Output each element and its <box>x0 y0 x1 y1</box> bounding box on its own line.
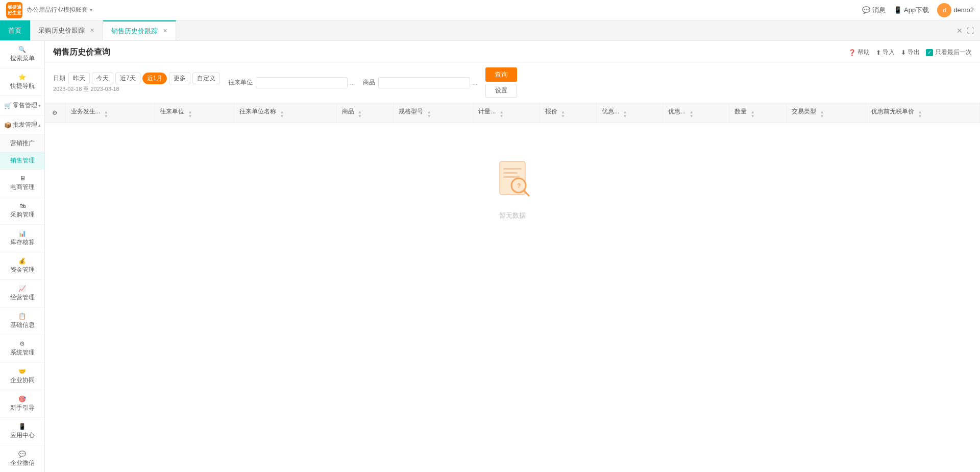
chevron-down-icon: ▾ <box>38 103 41 108</box>
tab-purchase-history[interactable]: 采购历史价跟踪 ✕ <box>30 20 103 40</box>
product-dots[interactable]: ... <box>472 79 477 86</box>
empty-illustration: ? <box>487 154 538 205</box>
app-download-label: App下载 <box>904 6 929 15</box>
filter-btn-group: 查询 设置 <box>485 67 517 98</box>
import-button[interactable]: ⬆ 导入 <box>876 48 895 57</box>
sidebar-item-wholesale[interactable]: 📦 批发管理 ▴ <box>0 115 44 135</box>
sidebar-item-basic-info[interactable]: 📋 基础信息 <box>0 308 44 335</box>
sidebar-label-inventory: 库存核算 <box>10 238 35 247</box>
partner-dots[interactable]: ... <box>350 79 355 86</box>
help-button[interactable]: ❓ 帮助 <box>848 48 870 57</box>
export-button[interactable]: ⬇ 导出 <box>901 48 920 57</box>
sidebar-item-purchase[interactable]: 🛍 采购管理 <box>0 197 44 225</box>
product-input-group: ... <box>378 77 477 88</box>
guide-icon: 🎯 <box>18 395 26 403</box>
chevron-down-icon: ▾ <box>90 7 92 13</box>
enterprise-icon: 🤝 <box>18 368 26 375</box>
col-biz-date[interactable]: 业务发生... ▲▼ <box>65 103 155 123</box>
expand-icon[interactable]: ⛶ <box>967 27 974 35</box>
col-pre-tax-price[interactable]: 优惠前无税单价 ▲▼ <box>866 103 980 123</box>
sidebar-item-sales-mgmt[interactable]: 销售管理 <box>0 152 44 170</box>
query-button[interactable]: 查询 <box>485 67 517 82</box>
filter-partner-group: 往来单位 ... <box>228 77 355 88</box>
date-btn-more[interactable]: 更多 <box>169 73 190 84</box>
col-discount2[interactable]: 优惠... ▲▼ <box>663 103 729 123</box>
sidebar-label-operations: 经营管理 <box>10 293 35 302</box>
chevron-up-icon: ▴ <box>38 123 41 128</box>
product-input[interactable] <box>378 77 470 88</box>
tab-home[interactable]: 首页 <box>0 20 30 40</box>
message-icon: 💬 <box>862 6 870 14</box>
system-icon: ⚙ <box>19 340 25 347</box>
search-icon: 🔍 <box>18 46 26 53</box>
col-spec[interactable]: 规格型号 ▲▼ <box>394 103 473 123</box>
col-settings[interactable]: ⚙ <box>45 103 65 123</box>
tab-sales-history[interactable]: 销售历史价跟踪 ✕ <box>103 20 176 40</box>
basic-info-icon: 📋 <box>18 313 26 320</box>
date-btn-custom[interactable]: 自定义 <box>192 73 220 84</box>
close-sales-tab-icon[interactable]: ✕ <box>163 28 167 34</box>
sidebar-item-search[interactable]: 🔍 搜索菜单 <box>0 41 44 68</box>
sidebar-item-finance[interactable]: 💰 资金管理 <box>0 252 44 280</box>
only-last-checkbox-icon: ✓ <box>926 49 933 56</box>
sidebar-item-retail[interactable]: 🛒 零售管理 ▾ <box>0 96 44 115</box>
sidebar-label-sales-mgmt: 销售管理 <box>10 156 35 165</box>
close-all-icon[interactable]: ✕ <box>957 27 963 35</box>
col-quote[interactable]: 报价 ▲▼ <box>540 103 597 123</box>
operations-icon: 📈 <box>18 285 26 292</box>
sidebar-item-wechat[interactable]: 💬 企业微信 <box>0 445 44 472</box>
message-button[interactable]: 💬 消息 <box>862 6 886 15</box>
sidebar-label-enterprise: 企业协同 <box>10 376 35 385</box>
filter-date-group: 日期 昨天 今天 近7天 近1月 更多 自定义 2023-02-18 至 202… <box>53 73 220 93</box>
sidebar-item-guide[interactable]: 🎯 新手引导 <box>0 390 44 418</box>
date-btn-yesterday[interactable]: 昨天 <box>68 73 90 84</box>
close-purchase-tab-icon[interactable]: ✕ <box>90 27 94 34</box>
col-partner-code[interactable]: 往来单位 ▲▼ <box>155 103 234 123</box>
partner-input[interactable] <box>256 77 348 88</box>
sidebar-item-marketing[interactable]: 营销推广 <box>0 135 44 152</box>
col-trade-type[interactable]: 交易类型 ▲▼ <box>787 103 866 123</box>
ecommerce-icon: 🖥 <box>19 175 26 182</box>
message-label: 消息 <box>872 6 886 15</box>
date-btn-last7days[interactable]: 近7天 <box>115 73 140 84</box>
help-icon: ❓ <box>848 49 856 56</box>
date-btn-last1month[interactable]: 近1月 <box>142 73 167 84</box>
user-menu[interactable]: d demo2 <box>937 3 974 17</box>
sidebar-label-guide: 新手引导 <box>10 404 35 412</box>
sidebar-item-system[interactable]: ⚙ 系统管理 <box>0 335 44 363</box>
only-last-toggle[interactable]: ✓ 只看最后一次 <box>926 48 972 57</box>
filter-product-group: 商品 ... <box>363 77 477 88</box>
sidebar-item-operations[interactable]: 📈 经营管理 <box>0 280 44 308</box>
retail-icon: 🛒 <box>4 102 12 109</box>
sidebar-label-finance: 资金管理 <box>10 266 35 274</box>
date-label: 日期 <box>53 74 65 83</box>
main-layout: 🔍 搜索菜单 ⭐ 快捷导航 🛒 零售管理 ▾ 📦 批发管理 ▴ 营销推广 销售管… <box>0 41 980 472</box>
col-quantity[interactable]: 数量 ▲▼ <box>729 103 787 123</box>
sidebar-label-basic-info: 基础信息 <box>10 321 35 329</box>
app-download-button[interactable]: 📱 App下载 <box>894 6 929 15</box>
app-logo: 畅捷通 好生意 <box>6 2 22 18</box>
sidebar-item-inventory[interactable]: 📊 库存核算 <box>0 225 44 252</box>
page-header: 销售历史价查询 ❓ 帮助 ⬆ 导入 ⬇ 导出 ✓ <box>45 41 980 62</box>
sidebar-item-quick-nav[interactable]: ⭐ 快捷导航 <box>0 68 44 96</box>
col-product[interactable]: 商品 ▲▼ <box>336 103 394 123</box>
download-icon: 📱 <box>894 6 902 14</box>
filter-date-buttons: 日期 昨天 今天 近7天 近1月 更多 自定义 <box>53 73 220 84</box>
col-partner-name[interactable]: 往来单位名称 ▲▼ <box>234 103 337 123</box>
table-container: ⚙ 业务发生... ▲▼ 往来单位 ▲▼ 往来单位名称 ▲ <box>45 103 980 472</box>
date-btn-today[interactable]: 今天 <box>92 73 113 84</box>
col-unit[interactable]: 计量... ▲▼ <box>473 103 540 123</box>
sidebar: 🔍 搜索菜单 ⭐ 快捷导航 🛒 零售管理 ▾ 📦 批发管理 ▴ 营销推广 销售管… <box>0 41 45 472</box>
app-selector[interactable]: 办公用品行业模拟账套 ▾ <box>27 6 92 14</box>
sidebar-item-app-center[interactable]: 📱 应用中心 <box>0 418 44 445</box>
sidebar-label-purchase: 采购管理 <box>10 210 35 219</box>
sidebar-item-ecommerce[interactable]: 🖥 电商管理 <box>0 170 44 197</box>
app-center-icon: 📱 <box>18 423 26 430</box>
col-discount1[interactable]: 优惠... ▲▼ <box>597 103 663 123</box>
setting-button[interactable]: 设置 <box>485 84 517 98</box>
sidebar-item-enterprise[interactable]: 🤝 企业协同 <box>0 363 44 390</box>
quick-nav-icon: ⭐ <box>18 74 26 81</box>
svg-rect-2 <box>503 172 518 174</box>
home-tab-label: 首页 <box>8 26 21 35</box>
page-header-actions: ❓ 帮助 ⬆ 导入 ⬇ 导出 ✓ 只看最后一次 <box>848 48 972 57</box>
